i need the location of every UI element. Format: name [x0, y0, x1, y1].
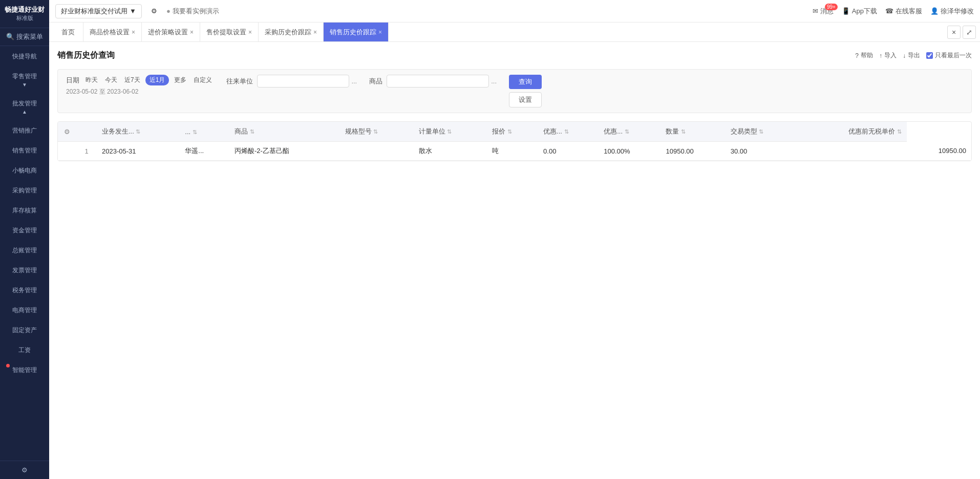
sidebar-item-marketing[interactable]: 营销推广 [0, 120, 49, 140]
help-btn[interactable]: ? 帮助 [855, 51, 873, 60]
export-btn[interactable]: ↓ 导出 [903, 51, 920, 60]
tab-product-price-close[interactable]: × [132, 29, 135, 36]
fixed-assets-label: 固定资产 [2, 326, 47, 335]
tab-sales-history-label: 销售历史价跟踪 [330, 28, 376, 37]
col-product-sort-icon: ⇅ [250, 128, 254, 135]
tab-expand-btn[interactable]: ⤢ [963, 26, 976, 39]
product-filter-label: 商品 [369, 77, 382, 86]
sidebar-item-tax[interactable]: 税务管理 [0, 280, 49, 300]
version-selector[interactable]: 好业财标准版交付试用 ▼ [55, 4, 142, 18]
tab-sales-history[interactable]: 销售历史价跟踪 × [324, 23, 389, 42]
sidebar-item-smart[interactable]: 智能管理 [0, 360, 49, 380]
col-trade-type[interactable]: 交易类型 ⇅ [726, 122, 799, 142]
sidebar-item-sales[interactable]: 销售管理 [0, 140, 49, 160]
import-btn[interactable]: ↑ 导入 [879, 51, 897, 60]
demo-btn[interactable]: ● 我要看实例演示 [166, 7, 219, 16]
sidebar-settings[interactable]: ⚙ [0, 461, 49, 479]
row-price-unit-cell: 吨 [487, 142, 538, 161]
col-product[interactable]: 商品 ⇅ [229, 122, 340, 142]
from-unit-input[interactable] [257, 75, 349, 88]
col-more[interactable]: ... ⇅ [180, 122, 229, 142]
col-qty[interactable]: 数量 ⇅ [661, 122, 725, 142]
page-header: 销售历史价查询 ? 帮助 ↑ 导入 ↓ 导出 只看最后一次 [57, 50, 972, 61]
user-item[interactable]: 👤 徐泽华修改 [930, 7, 974, 16]
table-settings-icon[interactable]: ⚙ [64, 128, 70, 136]
from-unit-more-btn[interactable]: ... [351, 77, 357, 85]
demo-icon: ● [166, 7, 171, 15]
col-discount2[interactable]: 优惠... ⇅ [599, 122, 661, 142]
col-spec[interactable]: 规格型号 ⇅ [340, 122, 414, 142]
sidebar-item-retail[interactable]: 零售管理 ▼ [0, 66, 49, 93]
query-btn[interactable]: 查询 [509, 75, 542, 89]
row-qty-cell: 30.00 [726, 142, 799, 161]
tab-home[interactable]: 首页 [53, 23, 83, 42]
tab-product-price[interactable]: 商品价格设置 × [83, 23, 142, 42]
tab-purchase-history-close[interactable]: × [313, 29, 317, 36]
content-area: 销售历史价查询 ? 帮助 ↑ 导入 ↓ 导出 只看最后一次 [49, 42, 980, 479]
row-more-cell: 华遥... [180, 142, 229, 161]
only-last-checkbox-label[interactable]: 只看最后一次 [926, 51, 972, 60]
date-option-7days[interactable]: 近7天 [122, 75, 142, 85]
tab-sales-history-close[interactable]: × [378, 29, 382, 36]
tab-purchase-history-label: 采购历史价跟踪 [265, 28, 311, 37]
finance-label: 资金管理 [2, 226, 47, 235]
tab-close-btn[interactable]: × [947, 26, 961, 39]
tab-purchase-history[interactable]: 采购历史价跟踪 × [259, 23, 324, 42]
sidebar-item-finance[interactable]: 资金管理 [0, 220, 49, 240]
date-option-yesterday[interactable]: 昨天 [83, 75, 100, 85]
sidebar-item-purchase[interactable]: 采购管理 [0, 180, 49, 200]
app-download-item[interactable]: 📱 App下载 [842, 7, 877, 16]
version-label: 好业财标准版交付试用 [61, 7, 127, 16]
only-last-checkbox[interactable] [926, 52, 933, 59]
product-input[interactable] [387, 75, 489, 88]
topbar: 好业财标准版交付试用 ▼ ⚙ ● 我要看实例演示 ✉ 消息 99+ 📱 App下… [49, 0, 980, 23]
tab-purchase-strategy[interactable]: 进价策略设置 × [142, 23, 200, 42]
sidebar-item-ecom-small[interactable]: 小畅电商 [0, 160, 49, 180]
product-more-btn[interactable]: ... [491, 77, 497, 85]
date-option-1month[interactable]: 近1月 [145, 75, 169, 85]
col-no-tax-price[interactable]: 优惠前无税单价 ⇅ [799, 122, 907, 142]
sidebar-item-inventory[interactable]: 库存核算 [0, 200, 49, 220]
col-trade-type-label: 交易类型 [731, 127, 757, 135]
online-service-item[interactable]: ☎ 在线客服 [885, 7, 922, 16]
retail-label: 零售管理 [2, 72, 47, 81]
sidebar-item-invoice[interactable]: 发票管理 [0, 260, 49, 280]
col-price-label: 报价 [492, 127, 505, 135]
date-option-today[interactable]: 今天 [103, 75, 119, 85]
date-range: 2023-05-02 至 2023-06-02 [66, 88, 214, 96]
sidebar-search[interactable]: 🔍 搜索菜单 [0, 28, 49, 46]
only-last-label: 只看最后一次 [935, 51, 972, 60]
col-date-sort-icon: ⇅ [136, 128, 140, 135]
sidebar-item-ledger[interactable]: 总账管理 [0, 240, 49, 260]
date-option-custom[interactable]: 自定义 [191, 75, 214, 85]
row-unit-cell: 散水 [414, 142, 487, 161]
export-icon: ↓ [903, 52, 906, 59]
sidebar: 畅捷通好业财 标准版 🔍 搜索菜单 快捷导航 零售管理 ▼ 批发管理 ▲ 营销推… [0, 0, 49, 479]
tab-sale-price[interactable]: 售价提取设置 × [200, 23, 259, 42]
import-icon: ↑ [879, 52, 882, 59]
demo-label: 我要看实例演示 [173, 7, 219, 16]
col-price[interactable]: 报价 ⇅ [487, 122, 538, 142]
user-name: 徐泽华修改 [941, 7, 974, 16]
tab-sale-price-close[interactable]: × [248, 29, 252, 36]
messages-item[interactable]: ✉ 消息 99+ [813, 7, 834, 16]
tab-purchase-strategy-close[interactable]: × [190, 29, 194, 36]
search-label: 搜索菜单 [16, 33, 43, 40]
sidebar-item-ecom[interactable]: 电商管理 [0, 300, 49, 320]
export-label: 导出 [908, 51, 920, 60]
col-num [76, 122, 97, 142]
settings-btn-filter[interactable]: 设置 [509, 92, 542, 107]
sidebar-item-quick-nav[interactable]: 快捷导航 [0, 46, 49, 66]
col-unit[interactable]: 计量单位 ⇅ [414, 122, 487, 142]
date-option-more[interactable]: 更多 [172, 75, 188, 85]
from-unit-input-group: ... [257, 75, 357, 88]
row-date-cell: 2023-05-31 [97, 142, 180, 161]
settings-btn[interactable]: ⚙ [146, 5, 162, 17]
col-date[interactable]: 业务发生... ⇅ [97, 122, 180, 142]
sidebar-item-wholesale[interactable]: 批发管理 ▲ [0, 93, 49, 120]
tab-home-label: 首页 [61, 28, 75, 37]
sidebar-item-salary[interactable]: 工资 [0, 340, 49, 360]
sidebar-item-fixed-assets[interactable]: 固定资产 [0, 320, 49, 340]
col-discount1[interactable]: 优惠... ⇅ [538, 122, 599, 142]
marketing-label: 营销推广 [2, 126, 47, 135]
